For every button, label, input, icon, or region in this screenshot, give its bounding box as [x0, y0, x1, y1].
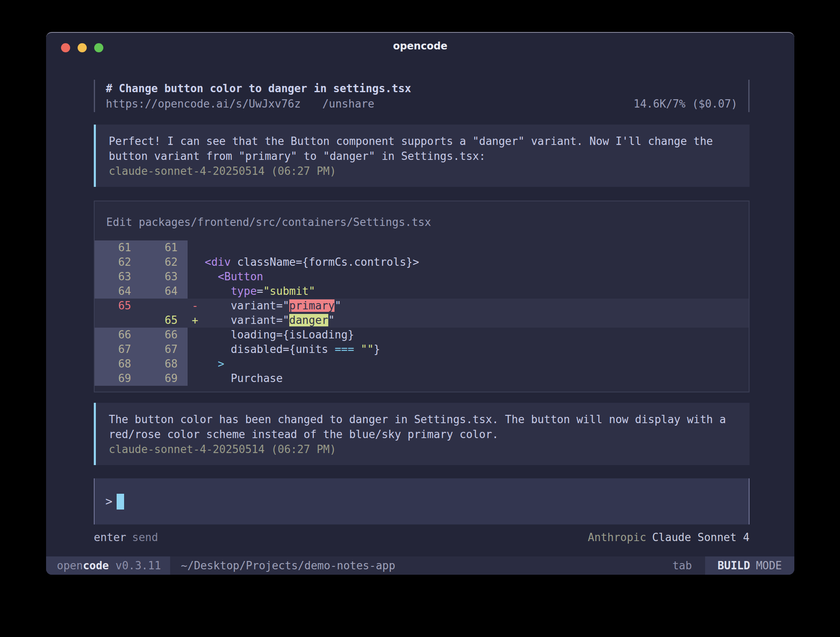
mode-suffix: MODE: [756, 559, 782, 572]
old-line-number: 61: [95, 240, 141, 255]
assistant-message-text: Perfect! I can see that the Button compo…: [109, 134, 737, 164]
diff-code-line: - variant="primary": [188, 299, 341, 313]
mode-name: BUILD: [718, 559, 750, 572]
app-version-chip: opencode v0.3.11: [46, 556, 170, 575]
new-line-number: 67: [141, 342, 188, 357]
status-bar: opencode v0.3.11 ~/Desktop/Projects/demo…: [46, 556, 794, 575]
mode-chip[interactable]: BUILD MODE: [704, 556, 794, 575]
assistant-message-meta: claude-sonnet-4-20250514 (06:27 PM): [109, 442, 737, 457]
diff-code-line: type="submit": [188, 284, 315, 299]
titlebar: opencode: [46, 33, 794, 59]
new-line-number: 69: [141, 371, 188, 386]
share-url-line: https://opencode.ai/s/UwJxv76z/unshare: [106, 96, 374, 111]
old-line-number: 63: [95, 270, 141, 284]
old-line-number: 67: [95, 342, 141, 357]
diff-row: 6262 <div className={formCs.controls}>: [95, 255, 749, 270]
enter-key-label: enter: [94, 531, 126, 544]
share-url[interactable]: https://opencode.ai/s/UwJxv76z: [106, 98, 301, 110]
diff-code-line: Purchase: [188, 371, 283, 386]
window-title: opencode: [46, 40, 794, 52]
app-window: opencode # Change button color to danger…: [46, 32, 794, 575]
token-usage: 14.6K/7% ($0.07): [634, 96, 737, 111]
old-line-number: 62: [95, 255, 141, 270]
prompt-symbol: >: [105, 495, 112, 508]
diff-code-line: <div className={formCs.controls}>: [188, 255, 419, 270]
app-name: opencode: [57, 559, 109, 572]
new-line-number: 68: [141, 357, 188, 371]
diff-code-line: [188, 240, 192, 255]
tab-hint[interactable]: tab: [672, 559, 692, 572]
provider-label: Anthropic: [588, 531, 646, 544]
old-line-number: 64: [95, 284, 141, 299]
text-cursor: [117, 494, 124, 510]
working-directory: ~/Desktop/Projects/demo-notes-app: [181, 559, 396, 572]
assistant-message-meta: claude-sonnet-4-20250514 (06:27 PM): [109, 164, 737, 179]
new-line-number: [141, 299, 188, 313]
model-indicator: AnthropicClaude Sonnet 4: [588, 531, 750, 544]
unshare-command[interactable]: /unshare: [322, 98, 374, 110]
terminal-content: # Change button color to danger in setti…: [94, 59, 750, 544]
new-line-number: 61: [141, 240, 188, 255]
diff-code-line: <Button: [188, 270, 263, 284]
diff-row: 6464 type="submit": [95, 284, 749, 299]
diff-code-line: >: [188, 357, 224, 371]
new-line-number: 66: [141, 328, 188, 342]
diff-view: 61616262 <div className={formCs.controls…: [95, 240, 749, 386]
session-title: # Change button color to danger in setti…: [106, 81, 737, 96]
old-line-number: [95, 313, 141, 328]
assistant-message-text: The button color has been changed to dan…: [109, 412, 737, 442]
old-line-number: 66: [95, 328, 141, 342]
enter-action-label: send: [132, 531, 158, 544]
diff-row: 6363 <Button: [95, 270, 749, 284]
enter-hint: entersend: [94, 531, 158, 544]
diff-row: 6666 loading={isLoading}: [95, 328, 749, 342]
prompt-input[interactable]: >: [94, 478, 750, 524]
old-line-number: 68: [95, 357, 141, 371]
new-line-number: 64: [141, 284, 188, 299]
diff-row: 6868 >: [95, 357, 749, 371]
diff-row: 65+ variant="danger": [95, 313, 749, 328]
diff-code-line: disabled={units === ""}: [188, 342, 380, 357]
diff-row: 65- variant="primary": [95, 299, 749, 313]
edit-tool-card: Edit packages/frontend/src/containers/Se…: [94, 201, 750, 392]
diff-row: 6969 Purchase: [95, 371, 749, 386]
diff-row: 6161: [95, 240, 749, 255]
diff-code-line: loading={isLoading}: [188, 328, 354, 342]
model-label: Claude Sonnet 4: [652, 531, 750, 544]
old-line-number: 65: [95, 299, 141, 313]
assistant-message: Perfect! I can see that the Button compo…: [94, 125, 750, 187]
session-header: # Change button color to danger in setti…: [94, 80, 750, 112]
app-version: v0.3.11: [115, 559, 161, 572]
old-line-number: 69: [95, 371, 141, 386]
edit-tool-title: Edit packages/frontend/src/containers/Se…: [95, 215, 749, 230]
new-line-number: 62: [141, 255, 188, 270]
assistant-message: The button color has been changed to dan…: [94, 403, 750, 465]
diff-code-line: + variant="danger": [188, 313, 335, 328]
new-line-number: 65: [141, 313, 188, 328]
diff-row: 6767 disabled={units === ""}: [95, 342, 749, 357]
new-line-number: 63: [141, 270, 188, 284]
